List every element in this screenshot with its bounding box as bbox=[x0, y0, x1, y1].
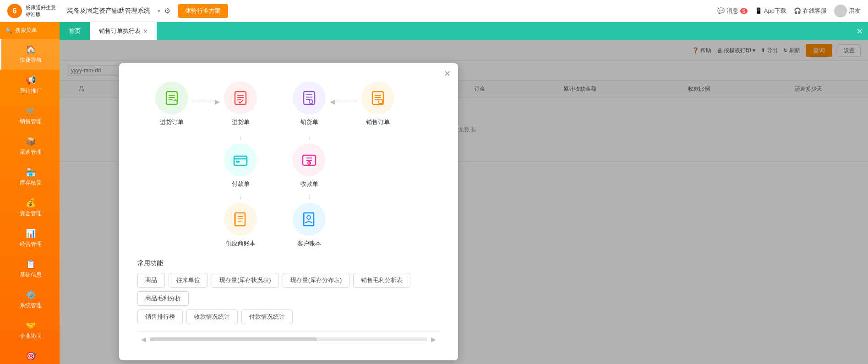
flow-node-supplier-book[interactable]: ↓ 供应商账本 bbox=[206, 190, 275, 250]
cf-btn-receipt-stat[interactable]: 收款情况统计 bbox=[186, 310, 238, 324]
scroll-left-arrow[interactable]: ◀ bbox=[141, 336, 146, 343]
sales-order-icon bbox=[361, 81, 394, 114]
sales-order-label: 销售订单 bbox=[366, 118, 390, 126]
svg-rect-17 bbox=[379, 100, 382, 103]
cf-btn-stock-status[interactable]: 现存量(库存状况表) bbox=[212, 273, 279, 288]
title-area: 装备及固定资产辅助管理系统 ▾ ⚙ 体验行业方案 bbox=[67, 4, 717, 18]
payment-icon bbox=[224, 143, 257, 176]
service-icon: 🎧 bbox=[794, 7, 801, 14]
gear-icon[interactable]: ⚙ bbox=[164, 6, 170, 15]
flow-node-purchase-bill[interactable]: 进货单 bbox=[206, 77, 275, 131]
svg-rect-27 bbox=[234, 214, 236, 225]
message-badge: 6 bbox=[740, 8, 748, 14]
flow-node-payment[interactable]: ↓ 付款单 bbox=[206, 131, 275, 190]
message-icon: 💬 bbox=[717, 7, 725, 14]
arrow-down-customer: ↓ bbox=[307, 193, 311, 201]
flow-node-customer-book[interactable]: ↓ 客户账本 bbox=[275, 190, 344, 250]
customer-book-label: 客户账本 bbox=[297, 239, 321, 248]
common-functions-buttons: 商品 往来单位 现存量(库存状况表) 现存量(库存分布表) 销售毛利分析表 商品… bbox=[137, 273, 440, 306]
flow-node-sales-bill[interactable]: 销货单 ▶ bbox=[275, 77, 344, 131]
sales-bill-label: 销货单 bbox=[300, 118, 318, 126]
system-icon: ⚙️ bbox=[26, 290, 36, 300]
sales-bill-icon bbox=[293, 81, 326, 114]
tab-close-icon[interactable]: ✕ bbox=[143, 28, 147, 34]
supplier-book-label: 供应商账本 bbox=[226, 239, 256, 248]
sidebar-item-sales[interactable]: 🛒 销售管理 bbox=[0, 100, 60, 131]
user-area[interactable]: 用友 bbox=[834, 5, 861, 17]
scroll-right-arrow[interactable]: ▶ bbox=[431, 336, 436, 343]
svg-rect-20 bbox=[236, 161, 240, 163]
arrow-down-receipt: ↓ bbox=[307, 133, 311, 141]
page-content: ❓ 帮助 🖨 按模板打印 ▾ ⬆ 导出 ↻ 刷新 bbox=[60, 40, 868, 364]
cf-btn-stock-dist[interactable]: 现存量(库存分布表) bbox=[283, 273, 350, 288]
flow-empty-4 bbox=[344, 190, 412, 250]
modal-box: ✕ 进货订单 bbox=[119, 63, 458, 360]
cf-btn-goods-profit[interactable]: 商品毛利分析 bbox=[137, 291, 189, 306]
message-button[interactable]: 💬 消息 6 bbox=[717, 7, 748, 15]
flow-empty-1 bbox=[137, 131, 206, 190]
cf-btn-payment-stat[interactable]: 付款情况统计 bbox=[241, 310, 293, 324]
flow-empty-3 bbox=[137, 190, 206, 250]
tabs-bar: 首页 销售订单执行表 ✕ ✕ bbox=[60, 22, 868, 40]
dropdown-arrow-icon[interactable]: ▾ bbox=[158, 8, 160, 14]
flow-node-receipt[interactable]: ↓ 收款单 bbox=[275, 131, 344, 190]
purchase-bill-icon bbox=[224, 81, 257, 114]
marketing-icon: 📢 bbox=[26, 75, 36, 85]
avatar bbox=[834, 5, 847, 17]
modal-close-button[interactable]: ✕ bbox=[444, 69, 451, 79]
trial-button[interactable]: 体验行业方案 bbox=[178, 4, 228, 18]
download-icon: 📱 bbox=[755, 7, 762, 14]
cf-btn-sales-profit[interactable]: 销售毛利分析表 bbox=[353, 273, 410, 288]
sidebar-item-purchase[interactable]: 📦 采购管理 bbox=[0, 131, 60, 162]
window-close-icon[interactable]: ✕ bbox=[857, 27, 863, 36]
sidebar-item-finance[interactable]: 💰 资金管理 bbox=[0, 192, 60, 223]
common-functions: 常用功能 商品 往来单位 现存量(库存状况表) 现存量(库存分布表) 销售毛利分… bbox=[137, 259, 440, 324]
logo-text: 畅康通好生意 标准版 bbox=[26, 4, 56, 17]
home-icon: 🏠 bbox=[26, 44, 36, 54]
purchase-order-label: 进货订单 bbox=[160, 118, 184, 126]
sidebar: 🔍 搜索菜单 🏠 快捷导航 📢 营销推广 🛒 销售管理 📦 采购管理 🏪 bbox=[0, 22, 60, 364]
cf-btn-sales-rank[interactable]: 销售排行榜 bbox=[137, 310, 183, 324]
basic-info-icon: 📋 bbox=[26, 259, 36, 269]
tab-home[interactable]: 首页 bbox=[60, 22, 90, 40]
purchase-bill-label: 进货单 bbox=[232, 118, 250, 126]
svg-rect-32 bbox=[303, 214, 305, 225]
app-download-button[interactable]: 📱 App下载 bbox=[755, 7, 786, 15]
collab-icon: 🤝 bbox=[26, 321, 36, 331]
sidebar-item-marketing[interactable]: 📢 营销推广 bbox=[0, 70, 60, 100]
svg-rect-18 bbox=[234, 156, 247, 165]
operations-icon: 📊 bbox=[26, 228, 36, 239]
receipt-icon bbox=[293, 143, 326, 176]
guide-icon: 🎯 bbox=[26, 351, 36, 361]
logo-icon: 6 bbox=[7, 4, 22, 18]
cf-btn-goods[interactable]: 商品 bbox=[137, 273, 165, 288]
payment-label: 付款单 bbox=[232, 180, 250, 188]
sales-icon: 🛒 bbox=[26, 106, 36, 116]
sidebar-item-guide[interactable]: 🎯 新手引导 bbox=[0, 346, 60, 364]
modal-overlay: ✕ 进货订单 bbox=[60, 40, 868, 364]
cf-btn-partners[interactable]: 往来单位 bbox=[169, 273, 208, 288]
sidebar-item-basic-info[interactable]: 📋 基础信息 bbox=[0, 254, 60, 284]
sidebar-item-operations[interactable]: 📊 经营管理 bbox=[0, 223, 60, 254]
scroll-track[interactable] bbox=[150, 337, 427, 341]
svg-rect-26 bbox=[235, 213, 245, 226]
search-menu-item[interactable]: 🔍 搜索菜单 bbox=[0, 22, 60, 39]
flow-node-purchase-order[interactable]: 进货订单 ▶ bbox=[137, 77, 206, 131]
online-service-button[interactable]: 🎧 在线客服 bbox=[794, 7, 827, 15]
logo-area: 6 畅康通好生意 标准版 bbox=[7, 4, 67, 18]
content-panel: 首页 销售订单执行表 ✕ ✕ ❓ 帮助 bbox=[60, 22, 868, 364]
sidebar-item-inventory[interactable]: 🏪 库存核算 bbox=[0, 162, 60, 192]
app-wrapper: 6 畅康通好生意 标准版 装备及固定资产辅助管理系统 ▾ ⚙ 体验行业方案 💬 … bbox=[0, 0, 868, 364]
sidebar-item-system[interactable]: ⚙️ 系统管理 bbox=[0, 284, 60, 315]
arrow-down-supplier: ↓ bbox=[239, 193, 242, 201]
top-bar: 6 畅康通好生意 标准版 装备及固定资产辅助管理系统 ▾ ⚙ 体验行业方案 💬 … bbox=[0, 0, 868, 22]
tab-home-label: 首页 bbox=[69, 27, 81, 35]
tab-sales-order-label: 销售订单执行表 bbox=[99, 27, 141, 35]
receipt-label: 收款单 bbox=[300, 180, 318, 188]
sidebar-item-collab[interactable]: 🤝 企业协同 bbox=[0, 315, 60, 346]
svg-point-12 bbox=[309, 100, 313, 103]
tab-sales-order[interactable]: 销售订单执行表 ✕ bbox=[90, 22, 157, 40]
search-icon: 🔍 bbox=[5, 27, 12, 34]
sidebar-item-quick-nav[interactable]: 🏠 快捷导航 bbox=[0, 39, 60, 70]
finance-icon: 💰 bbox=[26, 198, 36, 208]
